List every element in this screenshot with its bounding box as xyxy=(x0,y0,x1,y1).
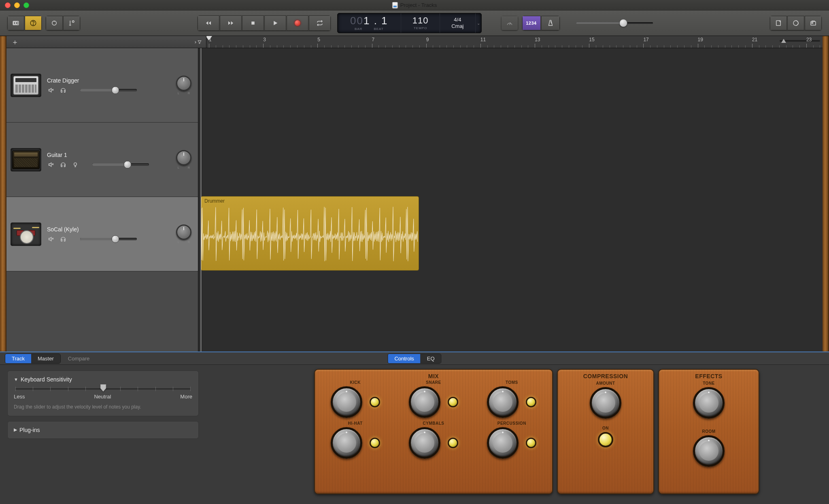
keyboard-sensitivity-header[interactable]: ▼ Keyboard Sensitivity xyxy=(14,376,192,383)
cycle-button[interactable] xyxy=(309,15,331,31)
pan-lr-label: LR xyxy=(178,241,190,244)
mute-button[interactable] xyxy=(47,236,55,242)
quick-help-button[interactable] xyxy=(25,16,42,30)
master-volume-slider[interactable] xyxy=(576,22,653,24)
knob-snare[interactable] xyxy=(409,386,440,418)
sensitivity-help-text: Drag the slider to adjust the velocity l… xyxy=(14,404,192,411)
pan-knob[interactable] xyxy=(176,76,191,91)
lcd-mode-dropdown[interactable]: ⌄ xyxy=(476,13,481,33)
lcd-display[interactable]: 001 . 1 BAR BEAT 110 TEMPO 4/4 Cmaj ⌄ xyxy=(337,13,482,33)
wood-side-left xyxy=(0,36,6,352)
horizontal-zoom-slider[interactable] xyxy=(780,40,820,42)
on-label: ON xyxy=(602,426,609,430)
lcd-beat-label: BEAT xyxy=(374,27,383,31)
knob-percussion[interactable] xyxy=(487,427,519,459)
pan-lr-label: LR xyxy=(178,92,190,95)
tab-eq[interactable]: EQ xyxy=(421,354,441,363)
knob-toms[interactable] xyxy=(487,386,519,418)
knob-amount[interactable] xyxy=(590,387,621,419)
track-name[interactable]: Guitar 1 xyxy=(47,152,170,158)
solo-button[interactable] xyxy=(59,236,67,242)
track-instrument-icon[interactable] xyxy=(11,148,41,172)
tab-track[interactable]: Track xyxy=(5,354,31,363)
tab-master[interactable]: Master xyxy=(31,354,60,363)
bar-ruler[interactable]: 1357911131517192123 xyxy=(206,36,823,48)
knob-tone[interactable] xyxy=(693,387,725,419)
lcd-tempo[interactable]: 110 xyxy=(412,16,429,25)
knob-kick[interactable] xyxy=(331,386,362,418)
led-percussion[interactable] xyxy=(526,438,536,448)
forward-button[interactable] xyxy=(220,15,242,31)
pan-knob[interactable] xyxy=(176,224,191,240)
smart-controls-button[interactable] xyxy=(46,16,63,30)
solo-button[interactable] xyxy=(59,161,67,168)
document-icon xyxy=(392,2,398,8)
arrange-area[interactable]: Drummer xyxy=(198,48,823,352)
compare-button[interactable]: Compare xyxy=(64,354,94,363)
window-titlebar: Project - Tracks xyxy=(0,0,829,11)
track-header[interactable]: Crate Digger LR xyxy=(6,48,198,123)
track-header[interactable]: Guitar 1 LR xyxy=(6,123,198,197)
mute-button[interactable] xyxy=(47,161,55,168)
count-in-button[interactable]: 1234 xyxy=(522,16,541,30)
knob-label-cymbals: CYMBALS xyxy=(423,421,444,426)
led-kick[interactable] xyxy=(370,397,380,407)
ruler-bar-number: 13 xyxy=(535,37,540,42)
track-volume-slider[interactable] xyxy=(80,89,137,91)
add-track-button[interactable]: ＋ xyxy=(11,38,19,47)
sensitivity-slider[interactable]: Less Neutral More xyxy=(14,388,192,400)
tab-controls[interactable]: Controls xyxy=(388,354,420,363)
led-cymbals[interactable] xyxy=(448,438,458,448)
track-name[interactable]: Crate Digger xyxy=(47,77,170,84)
editors-button[interactable] xyxy=(63,16,80,30)
metronome-button[interactable] xyxy=(541,16,560,30)
compression-section: COMPRESSION AMOUNT ON xyxy=(557,369,654,494)
input-monitor-button[interactable] xyxy=(71,161,79,168)
solo-button[interactable] xyxy=(59,87,67,93)
knob-room[interactable] xyxy=(693,435,725,467)
ruler-bar-number: 19 xyxy=(698,37,703,42)
window-close-button[interactable] xyxy=(5,2,11,8)
track-header[interactable]: SoCal (Kyle) LR xyxy=(6,197,198,271)
track-filter-button[interactable]: › xyxy=(195,39,202,45)
region-drummer[interactable]: Drummer xyxy=(201,196,419,271)
lcd-signature[interactable]: 4/4 Cmaj xyxy=(451,17,463,29)
compression-on-button[interactable] xyxy=(598,432,613,447)
knob-label-amount: AMOUNT xyxy=(596,381,615,385)
stop-button[interactable] xyxy=(242,15,264,31)
led-snare[interactable] xyxy=(448,397,458,407)
track-name[interactable]: SoCal (Kyle) xyxy=(47,226,170,233)
track-instrument-icon[interactable] xyxy=(11,74,41,97)
wood-side-right xyxy=(823,36,829,352)
ruler-bar-number: 21 xyxy=(752,37,757,42)
svg-rect-14 xyxy=(812,23,813,23)
svg-point-4 xyxy=(33,25,33,25)
led-hihat[interactable] xyxy=(370,438,380,448)
loop-browser-button[interactable] xyxy=(787,16,804,30)
plugins-panel: ▶ Plug-ins xyxy=(7,421,199,439)
library-button[interactable] xyxy=(7,16,24,30)
knob-label-percussion: PERCUSSION xyxy=(497,421,526,426)
playhead-marker[interactable] xyxy=(206,36,212,40)
media-browser-button[interactable] xyxy=(805,16,822,30)
lcd-tempo-label: TEMPO xyxy=(414,26,427,30)
track-volume-slider[interactable] xyxy=(80,238,137,240)
record-button[interactable] xyxy=(287,15,308,31)
led-toms[interactable] xyxy=(526,397,536,407)
mute-button[interactable] xyxy=(47,87,55,93)
tuner-button[interactable] xyxy=(501,16,518,30)
playhead[interactable] xyxy=(201,48,201,352)
track-instrument-icon[interactable] xyxy=(11,222,41,246)
knob-hihat[interactable] xyxy=(331,427,362,459)
plugins-header[interactable]: ▶ Plug-ins xyxy=(14,427,192,433)
track-volume-slider[interactable] xyxy=(92,163,149,166)
play-button[interactable] xyxy=(264,15,286,31)
ruler-bar-number: 17 xyxy=(643,37,648,42)
notepad-button[interactable] xyxy=(770,16,787,30)
window-minimize-button[interactable] xyxy=(14,2,20,8)
rewind-button[interactable] xyxy=(198,15,219,31)
window-zoom-button[interactable] xyxy=(23,2,29,8)
pan-knob[interactable] xyxy=(176,150,191,165)
ruler-bar-number: 9 xyxy=(426,37,429,42)
knob-cymbals[interactable] xyxy=(409,427,440,459)
